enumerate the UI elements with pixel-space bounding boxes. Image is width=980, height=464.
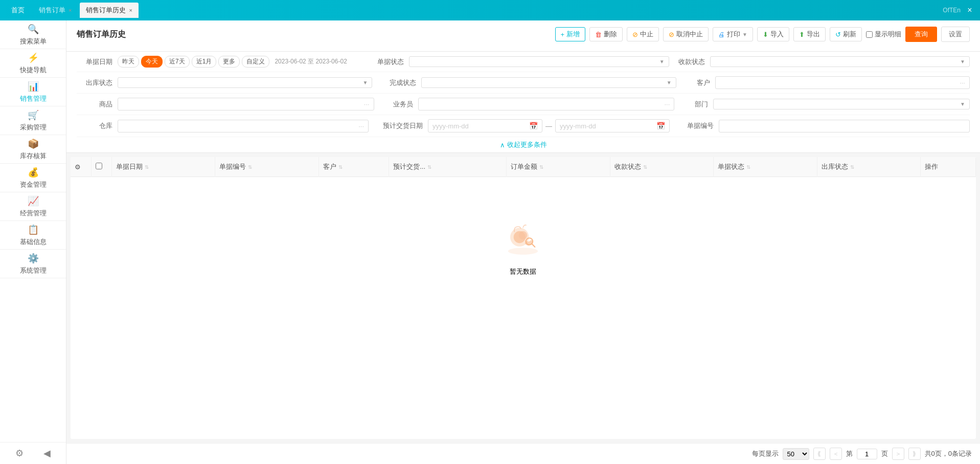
- date-btn-1month[interactable]: 近1月: [192, 56, 217, 68]
- page-header: 销售订单历史 + 新增 🗑 删除 ⊘ 中止 ⊘: [66, 20, 980, 52]
- dept-select[interactable]: ▼: [713, 99, 970, 109]
- page-size-select[interactable]: 10 20 50 100: [783, 448, 809, 460]
- salesperson-label: 业务员: [388, 100, 413, 109]
- page-number-input[interactable]: [857, 449, 877, 459]
- th-date-sort-icon[interactable]: ⇅: [145, 164, 149, 170]
- delete-button[interactable]: 🗑 删除: [589, 27, 623, 41]
- payment-status-label: 收款状态: [674, 57, 705, 67]
- sidebar-item-quick-nav-label: 快捷导航: [20, 65, 47, 75]
- cancel-stop-button[interactable]: ⊘ 取消中止: [663, 27, 709, 41]
- th-customer-label: 客户: [323, 162, 336, 171]
- complete-status-select[interactable]: ▼: [421, 77, 676, 88]
- salesperson-select[interactable]: ···: [418, 98, 675, 111]
- customer-label: 客户: [690, 78, 710, 87]
- sidebar-bottom: ⚙ ◀: [0, 442, 66, 464]
- tab-sales-history-close[interactable]: ×: [129, 7, 132, 13]
- sidebar-item-system[interactable]: ⚙️ 系统管理: [0, 250, 66, 278]
- tab-sales-history[interactable]: 销售订单历史 ×: [80, 3, 138, 18]
- next-page-btn[interactable]: ＞: [892, 448, 904, 460]
- sidebar-item-finance[interactable]: 💰 资金管理: [0, 164, 66, 192]
- sidebar-item-base-info[interactable]: 📋 基础信息: [0, 221, 66, 250]
- th-customer-sort-icon[interactable]: ⇅: [338, 164, 343, 170]
- sidebar-item-operation-label: 经营管理: [20, 209, 47, 218]
- th-doc-no-sort-icon[interactable]: ⇅: [248, 164, 252, 170]
- print-button[interactable]: 🖨 打印 ▼: [713, 27, 753, 41]
- sidebar-collapse-icon[interactable]: ◀: [43, 448, 51, 459]
- table-body: 暂无数据: [71, 177, 976, 318]
- first-page-btn[interactable]: ⟪: [813, 448, 826, 460]
- inventory-icon: 📦: [28, 138, 39, 149]
- svg-point-0: [508, 248, 538, 254]
- print-icon: 🖨: [718, 31, 725, 38]
- th-date: 单据日期 ⇅: [111, 157, 215, 177]
- import-button[interactable]: ⬇ 导入: [757, 27, 789, 41]
- refresh-button[interactable]: ↺ 刷新: [830, 27, 862, 41]
- th-payment-status-sort-icon[interactable]: ⇅: [643, 164, 647, 170]
- sidebar-item-operation[interactable]: 📈 经营管理: [0, 192, 66, 221]
- product-select[interactable]: ···: [118, 98, 374, 111]
- warehouse-label: 仓库: [77, 121, 112, 130]
- tab-sales-order-close[interactable]: ×: [69, 7, 72, 13]
- date-btn-today[interactable]: 今天: [141, 56, 163, 68]
- new-icon: +: [561, 31, 565, 38]
- sales-icon: 📊: [28, 81, 39, 92]
- th-outbound-status-label: 出库状态: [822, 162, 848, 171]
- delivery-date-end[interactable]: yyyy-mm-dd 📅: [555, 119, 670, 132]
- outbound-status-select[interactable]: ▼: [118, 77, 372, 88]
- date-btn-more[interactable]: 更多: [218, 56, 240, 68]
- delivery-date-start-placeholder: yyyy-mm-dd: [432, 122, 529, 130]
- customer-select[interactable]: ···: [715, 76, 970, 89]
- th-action-label: 操作: [925, 163, 938, 170]
- select-all-checkbox[interactable]: [96, 163, 102, 169]
- sidebar-item-system-label: 系统管理: [20, 266, 47, 275]
- sidebar-item-search[interactable]: 🔍 搜索菜单: [0, 20, 66, 49]
- th-doc-status-sort-icon[interactable]: ⇅: [746, 164, 750, 170]
- finance-icon: 💰: [28, 167, 39, 178]
- settings-button[interactable]: 设置: [941, 27, 970, 42]
- settings-gear-icon[interactable]: ⚙: [75, 163, 81, 171]
- sidebar-item-purchase[interactable]: 🛒 采购管理: [0, 106, 66, 135]
- tab-sales-order[interactable]: 销售订单 ×: [33, 3, 78, 18]
- tab-home[interactable]: 首页: [5, 3, 31, 18]
- doc-no-input[interactable]: [719, 120, 970, 132]
- prev-page-btn[interactable]: ＜: [830, 448, 842, 460]
- doc-no-field[interactable]: [723, 122, 965, 130]
- new-button[interactable]: + 新增: [555, 27, 586, 41]
- empty-state: 暂无数据: [71, 177, 976, 317]
- th-action: 操作: [921, 157, 976, 177]
- print-arrow-icon: ▼: [742, 32, 747, 37]
- th-outbound-status-sort-icon[interactable]: ⇅: [850, 164, 854, 170]
- sidebar-item-sales-label: 销售管理: [20, 94, 47, 103]
- data-table: ⚙ 单据日期 ⇅ 单据编号: [71, 157, 976, 317]
- collapse-label: 收起更多条件: [507, 140, 547, 149]
- sidebar-item-inventory[interactable]: 📦 库存核算: [0, 135, 66, 164]
- delivery-date-start[interactable]: yyyy-mm-dd 📅: [428, 119, 542, 132]
- date-btn-custom[interactable]: 自定义: [242, 56, 269, 68]
- th-delivery-sort-icon[interactable]: ⇅: [427, 164, 431, 170]
- doc-status-arrow-icon: ▼: [659, 59, 665, 64]
- date-btn-yesterday[interactable]: 昨天: [118, 56, 139, 68]
- doc-status-select[interactable]: ▼: [409, 56, 669, 67]
- payment-status-select[interactable]: ▼: [710, 56, 970, 67]
- page-title: 销售订单历史: [77, 29, 126, 40]
- stop-button[interactable]: ⊘ 中止: [627, 27, 659, 41]
- date-btn-7days[interactable]: 近7天: [165, 56, 190, 68]
- warehouse-select[interactable]: ···: [118, 120, 369, 132]
- svg-point-3: [519, 231, 528, 240]
- date-range-text: 2023-06-02 至 2023-06-02: [275, 57, 347, 66]
- sidebar-item-quick-nav[interactable]: ⚡ 快捷导航: [0, 49, 66, 78]
- window-close-btn[interactable]: ×: [965, 5, 975, 15]
- th-amount-sort-icon[interactable]: ⇅: [539, 164, 543, 170]
- export-button[interactable]: ⬆ 导出: [793, 27, 826, 41]
- sidebar-item-sales[interactable]: 📊 销售管理: [0, 78, 66, 106]
- product-dots-icon: ···: [364, 100, 370, 108]
- calendar-end-icon: 📅: [656, 122, 665, 130]
- complete-status-arrow-icon: ▼: [667, 80, 672, 85]
- collapse-btn[interactable]: ∧ 收起更多条件: [77, 137, 970, 152]
- show-detail-checkbox[interactable]: [866, 31, 873, 38]
- query-button[interactable]: 查询: [905, 27, 937, 42]
- doc-status-label: 单据状态: [373, 57, 404, 67]
- sidebar-settings-icon[interactable]: ⚙: [15, 448, 24, 459]
- export-label: 导出: [807, 30, 820, 39]
- last-page-btn[interactable]: ⟫: [908, 448, 921, 460]
